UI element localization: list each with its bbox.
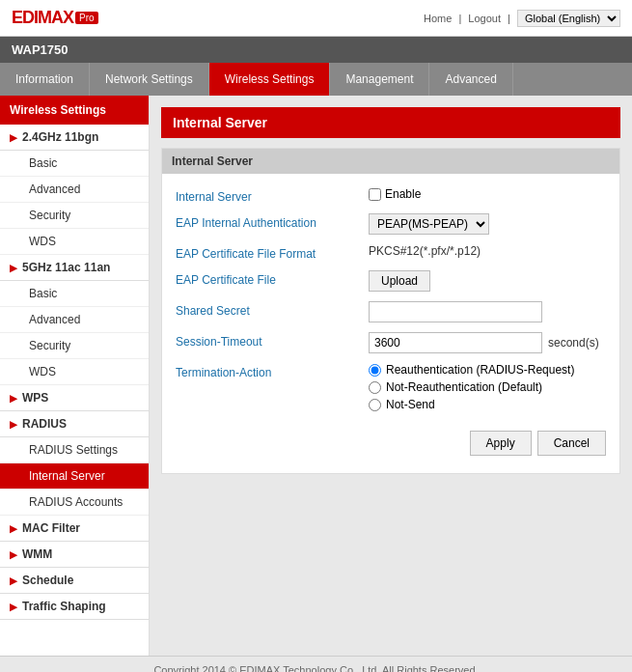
- radio-radius-label: Reauthentication (RADIUS-Request): [386, 363, 574, 377]
- input-session-timeout[interactable]: [369, 332, 542, 353]
- radio-default-label: Not-Reauthentication (Default): [386, 380, 542, 394]
- sidebar-item-advanced-2g[interactable]: Advanced: [0, 177, 149, 203]
- label-eap-auth: EAP Internal Authentication: [176, 213, 369, 230]
- sidebar-group-label: 2.4GHz 11bgn: [22, 130, 98, 144]
- section-body: Internal Server Enable EAP Internal Auth…: [162, 174, 619, 473]
- sidebar-item-radius-accounts[interactable]: RADIUS Accounts: [0, 490, 149, 516]
- sidebar-group-radius[interactable]: ▶ RADIUS: [0, 411, 149, 437]
- sidebar-group-2ghz[interactable]: ▶ 2.4GHz 11bgn: [0, 125, 149, 151]
- sidebar-item-internal-server[interactable]: Internal Server: [0, 463, 149, 490]
- section-box: Internal Server Internal Server Enable E…: [161, 148, 620, 474]
- sidebar-group-wps[interactable]: ▶ WPS: [0, 385, 149, 411]
- arrow-icon-mac: ▶: [10, 523, 17, 534]
- tab-information[interactable]: Information: [0, 63, 90, 96]
- radio-not-send[interactable]: [369, 399, 381, 411]
- separator2: |: [508, 13, 510, 24]
- sidebar-group-wmm[interactable]: ▶ WMM: [0, 542, 149, 568]
- logout-link[interactable]: Logout: [468, 13, 501, 24]
- control-session-timeout: second(s): [369, 332, 606, 353]
- main-layout: Wireless Settings ▶ 2.4GHz 11bgn Basic A…: [0, 96, 632, 656]
- arrow-icon-wps: ▶: [10, 393, 17, 404]
- separator1: |: [458, 13, 461, 24]
- sidebar-title: Wireless Settings: [0, 96, 149, 125]
- tab-advanced[interactable]: Advanced: [429, 63, 512, 96]
- second-label: second(s): [548, 336, 599, 350]
- header: EDIMAX Pro Home | Logout | Global (Engli…: [0, 0, 632, 37]
- copyright-text: Copyright 2014 © EDIMAX Technology Co., …: [153, 664, 478, 672]
- radio-row-radius[interactable]: Reauthentication (RADIUS-Request): [369, 363, 606, 377]
- logo-pro: Pro: [75, 12, 98, 24]
- section-title: Internal Server: [162, 149, 619, 174]
- device-bar: WAP1750: [0, 37, 632, 63]
- tab-wireless-settings[interactable]: Wireless Settings: [209, 63, 331, 96]
- input-shared-secret[interactable]: [369, 301, 542, 322]
- enable-label: Enable: [385, 187, 421, 201]
- sidebar-mac-label: MAC Filter: [22, 521, 80, 535]
- logo-edimax: EDIMAX: [12, 8, 73, 28]
- arrow-icon-traffic: ▶: [10, 602, 17, 612]
- radio-group-termination: Reauthentication (RADIUS-Request) Not-Re…: [369, 363, 606, 411]
- sidebar-item-advanced-5g[interactable]: Advanced: [0, 307, 149, 333]
- arrow-icon: ▶: [10, 132, 17, 143]
- form-row-eap-auth: EAP Internal Authentication PEAP(MS-PEAP…: [176, 213, 606, 235]
- label-shared-secret: Shared Secret: [176, 301, 369, 318]
- sidebar-item-basic-5g[interactable]: Basic: [0, 281, 149, 307]
- form-row-session-timeout: Session-Timeout second(s): [176, 332, 606, 353]
- control-eap-auth: PEAP(MS-PEAP): [369, 213, 606, 235]
- sidebar-item-wds-2g[interactable]: WDS: [0, 229, 149, 255]
- form-row-internal-server: Internal Server Enable: [176, 187, 606, 204]
- arrow-icon-schedule: ▶: [10, 575, 17, 586]
- control-termination: Reauthentication (RADIUS-Request) Not-Re…: [369, 363, 606, 411]
- radio-default[interactable]: [369, 381, 381, 394]
- apply-button[interactable]: Apply: [470, 431, 532, 456]
- sidebar-group-mac-filter[interactable]: ▶ MAC Filter: [0, 516, 149, 542]
- language-select[interactable]: Global (English): [517, 10, 620, 27]
- control-eap-cert-format: PKCS#12(*.pfx/*.p12): [369, 244, 606, 258]
- sidebar-group-schedule[interactable]: ▶ Schedule: [0, 568, 149, 594]
- label-internal-server: Internal Server: [176, 187, 369, 204]
- content: Internal Server Internal Server Internal…: [150, 96, 632, 656]
- device-name: WAP1750: [12, 42, 69, 57]
- control-shared-secret: [369, 301, 606, 322]
- sidebar-group-traffic-shaping[interactable]: ▶ Traffic Shaping: [0, 594, 149, 620]
- radio-radius[interactable]: [369, 364, 381, 377]
- arrow-icon-5g: ▶: [10, 263, 17, 273]
- tab-network-settings[interactable]: Network Settings: [90, 63, 209, 96]
- sidebar-radius-label: RADIUS: [22, 417, 67, 431]
- btn-row: Apply Cancel: [176, 421, 606, 460]
- control-eap-cert-file: Upload: [369, 270, 606, 292]
- sidebar-item-basic-2g[interactable]: Basic: [0, 151, 149, 177]
- sidebar: Wireless Settings ▶ 2.4GHz 11bgn Basic A…: [0, 96, 150, 656]
- arrow-icon-radius: ▶: [10, 419, 17, 430]
- form-row-eap-cert-format: EAP Certificate File Format PKCS#12(*.pf…: [176, 244, 606, 261]
- home-link[interactable]: Home: [424, 13, 452, 24]
- upload-button[interactable]: Upload: [369, 270, 430, 292]
- radio-row-not-send[interactable]: Not-Send: [369, 398, 606, 411]
- form-row-eap-cert-file: EAP Certificate File Upload: [176, 270, 606, 292]
- sidebar-group-5ghz[interactable]: ▶ 5GHz 11ac 11an: [0, 255, 149, 281]
- sidebar-item-wds-5g[interactable]: WDS: [0, 359, 149, 385]
- radio-row-default[interactable]: Not-Reauthentication (Default): [369, 380, 606, 394]
- sidebar-item-radius-settings[interactable]: RADIUS Settings: [0, 437, 149, 463]
- footer: Copyright 2014 © EDIMAX Technology Co., …: [0, 656, 632, 672]
- pkcs-text: PKCS#12(*.pfx/*.p12): [369, 241, 481, 258]
- sidebar-item-security-2g[interactable]: Security: [0, 203, 149, 229]
- label-eap-cert-format: EAP Certificate File Format: [176, 244, 369, 261]
- form-row-termination: Termination-Action Reauthentication (RAD…: [176, 363, 606, 411]
- page-title: Internal Server: [161, 107, 620, 138]
- sidebar-traffic-label: Traffic Shaping: [22, 600, 106, 613]
- checkbox-internal-server[interactable]: [369, 188, 381, 201]
- sidebar-group-5g-label: 5GHz 11ac 11an: [22, 261, 110, 274]
- label-termination: Termination-Action: [176, 363, 369, 379]
- nav-tabs: Information Network Settings Wireless Se…: [0, 63, 632, 96]
- form-row-shared-secret: Shared Secret: [176, 301, 606, 322]
- cancel-button[interactable]: Cancel: [537, 431, 606, 456]
- sidebar-wmm-label: WMM: [22, 547, 52, 561]
- sidebar-item-security-5g[interactable]: Security: [0, 333, 149, 359]
- tab-management[interactable]: Management: [330, 63, 429, 96]
- logo: EDIMAX Pro: [12, 8, 98, 28]
- select-eap-auth[interactable]: PEAP(MS-PEAP): [369, 213, 489, 235]
- label-eap-cert-file: EAP Certificate File: [176, 270, 369, 287]
- sidebar-schedule-label: Schedule: [22, 574, 73, 587]
- label-session-timeout: Session-Timeout: [176, 332, 369, 349]
